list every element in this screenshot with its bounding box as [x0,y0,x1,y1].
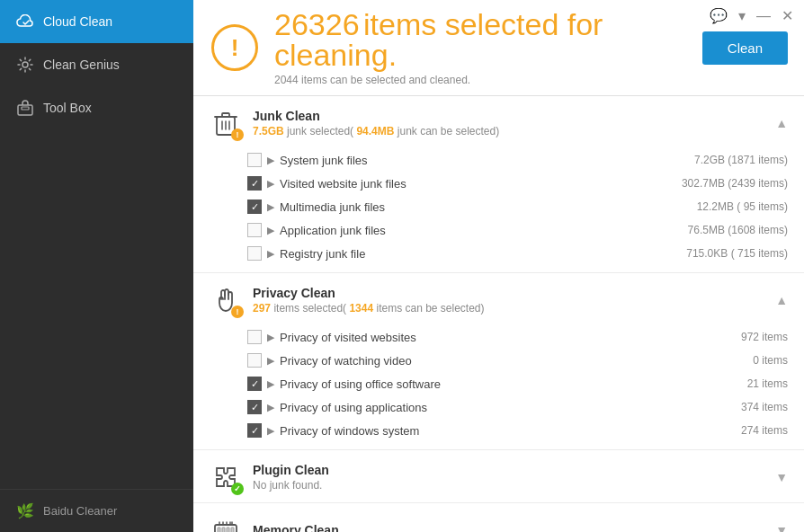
expand-icon[interactable]: ▶ [267,332,274,343]
privacy-rows: ▶ Privacy of visited websites 972 items … [193,325,804,449]
row-value: 12.2MB ( 95 items) [697,200,788,213]
row-value: 76.5MB (1608 items) [688,224,788,236]
chat-icon[interactable]: 💬 [710,7,728,24]
privacy-max-count: 1344 [349,302,373,315]
svg-rect-7 [227,528,229,532]
row-label: Multimedia junk files [280,200,697,214]
expand-icon[interactable]: ▶ [267,201,274,213]
row-label: Privacy of watching video [280,354,753,368]
header-left: ! 26326 items selected for cleaning. 204… [211,9,702,86]
row-checkbox[interactable] [247,423,262,438]
plugin-section-title: Plugin Clean [253,463,329,477]
svg-rect-6 [222,528,225,532]
table-row: ▶ Application junk files 76.5MB (1608 it… [247,218,788,242]
expand-icon[interactable]: ▶ [267,402,274,413]
section-privacy: ! Privacy Clean 297 items selected( 1344… [193,273,804,450]
content-area: ! Junk Clean 7.5GB junk selected( 94.4MB… [193,96,804,532]
row-checkbox[interactable] [247,400,262,414]
sidebar-label-cloud-clean: Cloud Clean [43,14,112,29]
table-row: ▶ Multimedia junk files 12.2MB ( 95 item… [247,195,788,218]
hand-icon: ! [210,284,242,316]
table-row: ▶ Visited website junk files 302.7MB (24… [247,172,788,195]
row-checkbox[interactable] [247,353,262,368]
gear-icon [16,56,34,74]
privacy-count: 297 [253,302,271,315]
row-value: 0 items [753,354,788,367]
memory-icon [210,514,242,532]
clean-button[interactable]: Clean [702,31,788,65]
row-checkbox[interactable] [247,153,262,167]
expand-icon[interactable]: ▶ [267,378,274,390]
row-value: 274 items [741,424,788,437]
sidebar-label-clean-genius: Clean Genius [43,58,120,72]
junk-section-info: Junk Clean 7.5GB junk selected( 94.4MB j… [253,109,499,137]
expand-icon[interactable]: ▶ [267,225,274,236]
minimize-button[interactable]: — [756,8,771,24]
privacy-toggle-icon: ▲ [775,293,788,307]
row-checkbox[interactable] [247,176,262,191]
row-checkbox[interactable] [247,330,262,344]
sidebar-item-tool-box[interactable]: Tool Box [0,86,193,129]
row-label: Registry junk file [280,247,686,261]
expand-icon[interactable]: ▶ [267,178,274,190]
svg-rect-5 [218,528,220,532]
expand-icon[interactable]: ▶ [267,355,274,367]
row-checkbox[interactable] [247,246,262,261]
section-plugin-header[interactable]: ✓ Plugin Clean No junk found. ▼ [193,450,804,502]
item-count-line: 26326 items selected for cleaning. [274,9,702,70]
table-row: ▶ Privacy of watching video 0 items [247,349,788,372]
row-value: 7.2GB (1871 items) [694,154,788,166]
svg-rect-2 [22,107,29,110]
section-privacy-header[interactable]: ! Privacy Clean 297 items selected( 1344… [193,273,804,325]
junk-toggle-icon: ▲ [775,116,788,130]
expand-icon[interactable]: ▶ [267,248,274,260]
privacy-section-info: Privacy Clean 297 items selected( 1344 i… [253,286,485,315]
leaf-icon: 🌿 [16,502,34,519]
close-button[interactable]: ✕ [782,7,793,24]
table-row: ▶ Privacy of visited websites 972 items [247,325,788,349]
plugin-section-info: Plugin Clean No junk found. [253,463,329,492]
section-plugin: ✓ Plugin Clean No junk found. ▼ [193,450,804,503]
junk-section-subtitle: 7.5GB junk selected( 94.4MB junk can be … [253,125,499,137]
section-junk-header[interactable]: ! Junk Clean 7.5GB junk selected( 94.4MB… [193,96,804,148]
memory-section-title: Memory Clean [253,523,339,532]
filter-icon[interactable]: ▾ [738,7,746,24]
memory-section-info: Memory Clean [253,523,339,532]
table-row: ▶ System junk files 7.2GB (1871 items) [247,148,788,172]
sidebar-item-clean-genius[interactable]: Clean Genius [0,43,193,86]
table-row: ▶ Privacy of using office software 21 it… [247,372,788,395]
row-value: 302.7MB (2439 items) [682,177,788,190]
junk-max-size: 94.4MB [356,125,394,137]
row-checkbox[interactable] [247,223,262,237]
row-value: 715.0KB ( 715 items) [686,247,788,260]
row-value: 21 items [747,377,788,390]
header-subtitle: 2044 items can be selected and cleaned. [274,74,702,86]
table-row: ▶ Registry junk file 715.0KB ( 715 items… [247,242,788,265]
row-value: 972 items [741,331,788,343]
section-memory-header[interactable]: Memory Clean ▼ [193,503,804,532]
junk-section-title: Junk Clean [253,109,499,123]
privacy-section-title: Privacy Clean [253,286,485,300]
plugin-section-subtitle: No junk found. [253,479,329,492]
memory-toggle-icon: ▼ [775,523,788,532]
item-count: 26326 [274,7,360,41]
sidebar-item-cloud-clean[interactable]: Cloud Clean [0,0,193,43]
row-checkbox[interactable] [247,377,262,391]
main-panel: 💬 ▾ — ✕ ! 26326 items selected for clean… [193,0,804,532]
junk-badge: ! [231,129,244,141]
privacy-badge: ! [231,306,244,318]
section-memory: Memory Clean ▼ [193,503,804,532]
row-checkbox[interactable] [247,200,262,214]
junk-rows: ▶ System junk files 7.2GB (1871 items) ▶… [193,148,804,272]
table-row: ▶ Privacy of windows system 274 items [247,419,788,442]
expand-icon[interactable]: ▶ [267,425,274,437]
sidebar-footer-label: Baidu Cleaner [43,504,117,518]
plugin-toggle-icon: ▼ [775,470,788,484]
svg-rect-8 [231,528,234,532]
toolbox-icon [16,99,34,117]
row-label: Visited website junk files [280,177,682,191]
cloud-icon [16,13,34,31]
expand-icon[interactable]: ▶ [267,155,274,166]
table-row: ▶ Privacy of using applications 374 item… [247,395,788,419]
junk-size: 7.5GB [253,125,284,137]
